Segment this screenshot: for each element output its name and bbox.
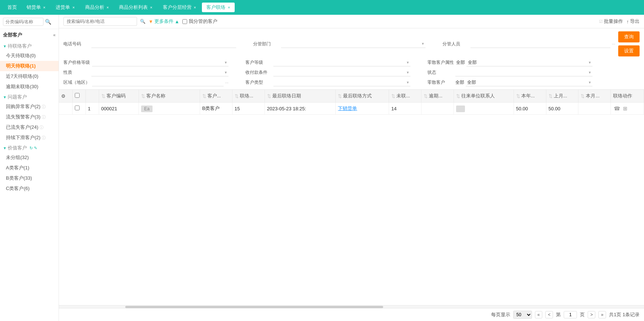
close-icon[interactable]: × [72,5,74,10]
filter-nature: 性质 ▾ [63,69,228,76]
nav-product-analysis[interactable]: 商品分析 × [81,3,113,12]
next-page-button[interactable]: > [588,311,595,318]
sidebar-item-overdue-pending[interactable]: 逾期未联络(30) [0,82,59,92]
last-page-button[interactable]: » [598,311,606,318]
customer-level-select-wrapper: ▾ [273,59,410,66]
th-this-month[interactable]: ⇅ 本月... [578,90,611,103]
td-this-year: 50.00 [514,103,546,115]
td-last-contact-method[interactable]: 下销货单 [336,103,389,115]
td-name[interactable]: Ea [139,103,200,115]
sort-icon: ⇅ [581,93,585,99]
close-icon[interactable]: × [228,5,230,10]
th-settings[interactable]: ⚙ [59,90,72,103]
sidebar-item-churn-warning[interactable]: 流失预警客户(3) ⓘ [0,112,59,122]
horizontal-scrollbar[interactable] [59,305,644,308]
status-select[interactable] [455,69,592,76]
sidebar-item-abnormal-repurchase[interactable]: 回购异常客户(2) ⓘ [0,101,59,112]
more-conditions-button[interactable]: ▼ 更多条件 ▲ [148,18,179,25]
phone-input[interactable] [91,40,236,48]
scattered-attr-select[interactable]: 全部 [466,59,592,66]
filter-status: 状态 ▾ [427,69,592,76]
th-last-month[interactable]: ⇅ 上月... [546,90,578,103]
sidebar-search-input[interactable] [3,18,43,26]
customer-level-select[interactable] [273,59,410,66]
td-contact-person [454,103,514,115]
sidebar-item-b-class[interactable]: B类客户(33) [0,173,59,183]
my-customers-checkbox-label[interactable]: 我分管的客户 [182,18,217,25]
sidebar-item-tomorrow-pending[interactable]: 明天待联络(1) [0,61,59,71]
th-overdue[interactable]: ⇅ 逾期... [421,90,454,103]
sidebar-item-declining[interactable]: 持续下滑客户(2) ⓘ [0,132,59,143]
th-contact[interactable]: ⇅ 联络... [232,90,265,103]
contact-action-icon[interactable]: ☎ [614,106,620,111]
settings-button[interactable]: 设置 [618,45,640,56]
sidebar-search-button[interactable]: 🔍 [45,19,51,25]
th-contact-person[interactable]: ⇅ 往来单位联系人 [454,90,514,103]
prev-page-button[interactable]: < [545,311,553,318]
row-checkbox[interactable] [75,106,80,110]
batch-operation-button[interactable]: ☑ 批量操作 [599,18,623,25]
scattered-attr-select-wrapper: 全部 ▾ [466,59,592,66]
sidebar-item-a-class[interactable]: A类客户(1) [0,163,59,173]
nav-product-analysis-list[interactable]: 商品分析列表 × [115,3,157,12]
th-last-contact-method[interactable]: ⇅ 最后联络方式 [336,90,389,103]
query-button[interactable]: 查询 [618,31,640,42]
more-icon[interactable]: ··· [612,42,615,46]
filter-scattered-attr: 零散客户属性 全部 全部 ▾ [427,59,592,66]
sidebar-item-churned[interactable]: 已流失客户(24) ⓘ [0,122,59,132]
manager-input[interactable] [470,40,610,48]
th-customer-name[interactable]: ⇅ 客户名称 [139,90,200,103]
contact-method-link[interactable]: 下销货单 [338,106,357,111]
close-icon[interactable]: × [43,5,45,10]
my-customers-checkbox[interactable] [182,19,187,24]
search-button[interactable]: 🔍 [140,19,146,24]
scattered-customer-select-wrapper: 全部 ▾ [466,79,592,86]
sidebar-problem-group-label: ▼ 问题客户 [0,92,59,101]
filter-dept: 分管部门 ▾ [253,40,426,48]
th-checkbox[interactable] [72,90,85,103]
sidebar-search-area: 🔍 [0,15,59,29]
edit-icon[interactable]: ✎ [34,146,37,151]
per-page-select[interactable]: 50 100 [513,311,532,319]
close-icon[interactable]: × [194,5,196,10]
region-input[interactable] [92,79,224,86]
nav-purchase-order[interactable]: 进货单 × [51,3,79,12]
export-button[interactable]: ↑ 导出 [627,18,640,25]
th-this-year[interactable]: ⇅ 本年... [514,90,546,103]
dept-select[interactable] [281,40,426,48]
first-page-button[interactable]: « [535,311,543,318]
th-customer-type[interactable]: ⇅ 客户... [200,90,232,103]
close-icon[interactable]: × [150,5,152,10]
scrollbar-thumb[interactable] [125,306,383,308]
th-uncontacted[interactable]: ⇅ 未联... [389,90,421,103]
nav-customer-segmentation[interactable]: 客户分层经营 × [158,3,200,12]
sidebar-all-customers[interactable]: 全部客户 « [0,29,59,41]
sidebar-item-7day-pending[interactable]: 近7天待联络(0) [0,71,59,82]
price-level-select[interactable] [92,59,228,66]
filter-price-level: 客户价格等级 ▾ [63,59,228,66]
nav-sales-order[interactable]: 销货单 × [22,3,50,12]
nav-customer-contact[interactable]: 客户联络 × [202,3,234,12]
th-customer-code[interactable]: ⇅ 客户编码 [99,90,139,103]
select-all-checkbox[interactable] [75,93,80,98]
page-number-input[interactable] [564,311,577,318]
nature-select[interactable] [91,69,228,76]
refresh-icon[interactable]: ↻ [29,146,33,151]
payment-terms-select[interactable] [273,69,410,76]
sidebar-item-ungrouped[interactable]: 未分组(32) [0,152,59,163]
scattered-customer-select[interactable]: 全部 [466,79,592,86]
advanced-filter: 电话号码 分管部门 ▾ 分管人员 ··· [59,28,644,90]
td-uncontacted: 14 [389,103,421,115]
sidebar-item-c-class[interactable]: C类客户(6) [0,183,59,194]
td-code: 000021 [99,103,139,115]
td-last-contact-date: 2023-05-23 18:25: [265,103,336,115]
main-search-input[interactable] [63,17,137,26]
grid-action-icon[interactable]: ⊞ [623,106,627,111]
sidebar-item-today-pending[interactable]: 今天待联络(0) [0,51,59,61]
th-last-contact-date[interactable]: ⇅ 最后联络日期 [265,90,336,103]
customer-type-select[interactable] [273,79,410,86]
td-checkbox[interactable] [72,103,85,115]
nav-home[interactable]: 首页 [4,3,21,12]
more-icon[interactable]: ··· [225,80,228,85]
close-icon[interactable]: × [106,5,109,10]
